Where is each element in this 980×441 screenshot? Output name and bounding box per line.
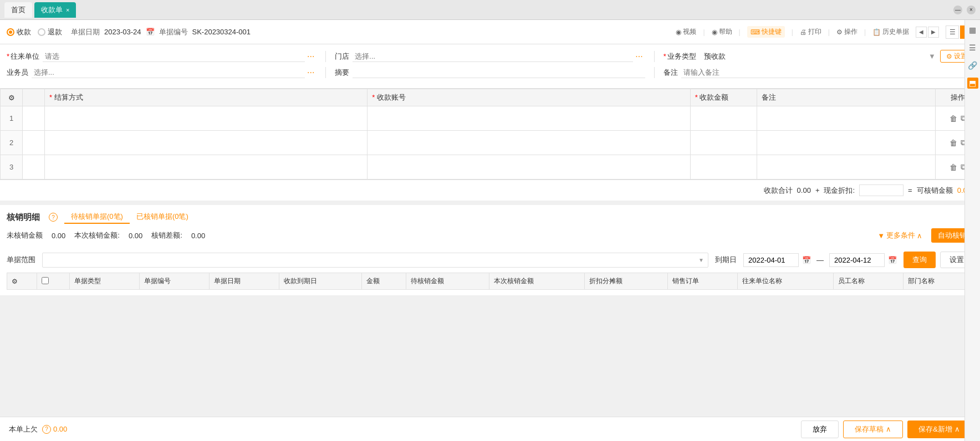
biz-type-required-mark: * [663, 52, 666, 60]
right-sidebar: ▦ ☰ 🔗 ⬒ [964, 20, 980, 441]
range-select[interactable] [42, 253, 708, 268]
salesperson-input[interactable] [32, 67, 305, 78]
row-account-no-3[interactable] [368, 155, 690, 180]
row-payment-method-3[interactable] [45, 155, 368, 180]
biz-type-value: 预收款 [704, 52, 928, 61]
th-account-no-label: 收款账号 [377, 93, 406, 101]
toolbar: 收款 退款 单据日期 2023-03-24 📅 单据编号 SK-20230324… [0, 20, 980, 44]
action-history-label: 历史单据 [882, 27, 909, 37]
row-account-no-1[interactable] [368, 106, 690, 131]
th-action-label: 操作 [951, 93, 965, 101]
date-dash: — [814, 256, 826, 264]
calendar-icon[interactable]: 📅 [146, 28, 155, 36]
vth-doc-date: 单据日期 [209, 273, 279, 290]
date-from-calendar-icon[interactable]: 📅 [802, 256, 811, 264]
action-help[interactable]: ◉ 帮助 [712, 27, 732, 37]
table-header-row: ⚙ * 结算方式 * 收款账号 * 收款金额 [1, 89, 980, 106]
available-label: 可核销金额 [917, 186, 953, 196]
save-new-button[interactable]: 保存&新增 ∧ [907, 421, 971, 438]
vth-settings[interactable]: ⚙ [7, 273, 37, 290]
row-remark-3[interactable] [757, 155, 935, 180]
date-to-input[interactable] [829, 253, 885, 267]
sep5: | [864, 28, 866, 36]
form-area: * 往来单位 ··· 门店 ··· * 业务类型 预收款 ▼ ⚙ 设置 [0, 44, 980, 89]
row-account-no-2[interactable] [368, 131, 690, 155]
salesperson-more-icon[interactable]: ··· [305, 68, 317, 78]
sep3: | [792, 28, 793, 36]
query-button[interactable]: 查询 [904, 252, 936, 268]
save-draft-button[interactable]: 保存草稿 ∧ [843, 421, 903, 438]
th-settings[interactable]: ⚙ [1, 89, 23, 106]
date-to-calendar-icon[interactable]: 📅 [888, 256, 897, 264]
store-more-icon[interactable]: ··· [633, 52, 645, 61]
summary-row: 收款合计 0.00 + 现金折扣: = 可核销金额 0.00 [0, 180, 980, 201]
row-delete-button-3[interactable]: 🗑 [950, 163, 957, 172]
vth-checkbox[interactable] [37, 273, 69, 290]
nav-prev-button[interactable]: ◀ [916, 27, 927, 38]
action-print[interactable]: 🖨 打印 [800, 27, 821, 37]
verify-tab-pending[interactable]: 待核销单据(0笔) [64, 211, 130, 224]
tab-home[interactable]: 首页 [4, 2, 32, 18]
video-icon: ◉ [676, 28, 681, 36]
biz-type-dropdown-icon[interactable]: ▼ [928, 52, 936, 60]
window-minimize-button[interactable]: — [953, 6, 962, 14]
radio-refund[interactable]: 退款 [38, 27, 62, 37]
row-amount-2[interactable] [690, 131, 757, 155]
row-num-3: 3 [1, 155, 23, 180]
vth-current-amount: 本次核销金额 [489, 273, 585, 290]
row-payment-method-1[interactable] [45, 106, 368, 131]
store-input[interactable] [353, 51, 633, 62]
row-remark-1[interactable] [757, 106, 935, 131]
operation-icon: ⚙ [836, 28, 843, 36]
verify-tab-done[interactable]: 已核销单据(0笔) [130, 211, 195, 224]
more-chevron-icon: ∧ [917, 232, 922, 240]
action-history[interactable]: 📋 历史单据 [872, 27, 909, 37]
action-shortcut[interactable]: ⌨ 快捷键 [747, 26, 785, 38]
row-delete-button-1[interactable]: 🗑 [950, 114, 957, 123]
counterpart-input[interactable] [43, 51, 305, 62]
date-from-input[interactable] [743, 253, 799, 267]
action-operation[interactable]: ⚙ 操作 [836, 27, 858, 37]
view-list-button[interactable]: ☰ [946, 25, 959, 39]
remark-input[interactable] [681, 67, 973, 78]
filter-row: 单据范围 ▼ 到期日 📅 — 📅 查询 设置 [7, 247, 973, 273]
vth-sales-order: 销售订单 [667, 273, 737, 290]
row-delete-button-2[interactable]: 🗑 [950, 139, 957, 147]
abandon-button[interactable]: 放弃 [801, 421, 839, 438]
summary-input[interactable] [353, 67, 645, 78]
radio-collect[interactable]: 收款 [7, 27, 31, 37]
tab-close-icon[interactable]: × [66, 7, 69, 13]
window-close-button[interactable]: × [967, 6, 976, 14]
bottom-info-icon[interactable]: ? [42, 425, 51, 434]
verify-info-icon[interactable]: ? [49, 213, 58, 222]
th-amount: * 收款金额 [690, 89, 757, 106]
discount-input[interactable] [859, 184, 904, 196]
window-controls: — × [953, 6, 976, 14]
row-num-extra-1 [23, 106, 45, 131]
sidebar-icon-list[interactable]: ☰ [967, 42, 978, 53]
tab-receipt[interactable]: 收款单 × [34, 2, 76, 18]
select-all-checkbox[interactable] [42, 277, 49, 284]
sidebar-icon-table[interactable]: ▦ [967, 24, 978, 35]
summary-field: 摘要 [335, 67, 645, 78]
filter-actions: 查询 设置 [904, 252, 973, 268]
table-row: 3 🗑 ⧉ [1, 155, 980, 180]
bottom-actions: 放弃 保存草稿 ∧ 保存&新增 ∧ [801, 421, 971, 438]
action-video[interactable]: ◉ 视频 [676, 27, 696, 37]
nav-next-button[interactable]: ▶ [928, 27, 939, 38]
row-amount-1[interactable] [690, 106, 757, 131]
verify-tab-pending-label: 待核销单据(0笔) [71, 212, 123, 221]
th-row-num [23, 89, 45, 106]
field-divider-4 [654, 67, 655, 78]
row-amount-3[interactable] [690, 155, 757, 180]
vth-employee-name: 员工名称 [833, 273, 903, 290]
counterpart-more-icon[interactable]: ··· [305, 52, 317, 61]
bottom-info-label: 本单上欠 [9, 424, 38, 434]
sidebar-icon-link[interactable]: 🔗 [967, 60, 978, 71]
summary-label: 摘要 [335, 68, 353, 78]
row-remark-2[interactable] [757, 131, 935, 155]
vth-counterpart-name: 往来单位名称 [737, 273, 833, 290]
verify-more-button[interactable]: ▼ 更多条件 ∧ [877, 230, 922, 240]
sidebar-icon-expand[interactable]: ⬒ [967, 78, 978, 89]
row-payment-method-2[interactable] [45, 131, 368, 155]
